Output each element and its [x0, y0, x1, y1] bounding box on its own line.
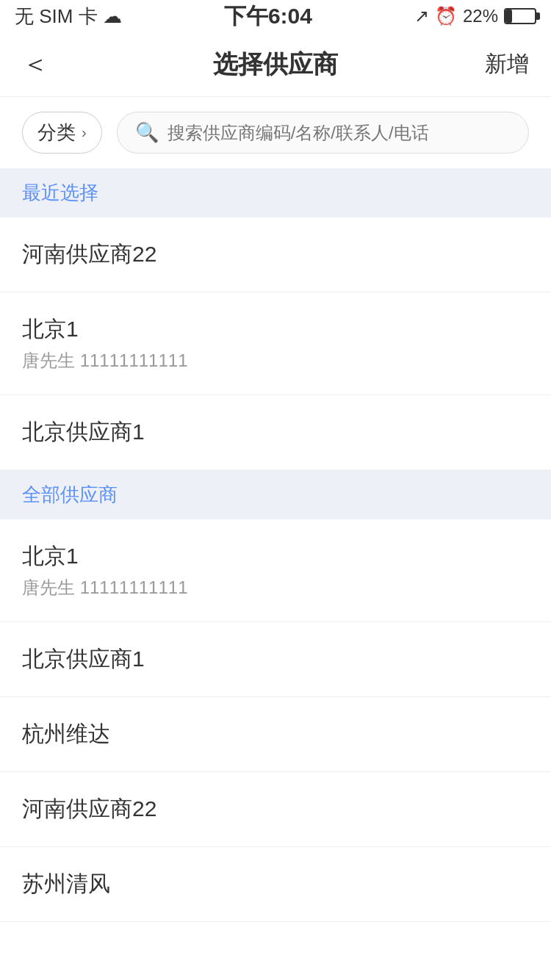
add-button[interactable]: 新增: [470, 49, 529, 79]
search-input[interactable]: [168, 123, 511, 143]
page-title: 选择供应商: [213, 48, 338, 82]
item-name: 北京供应商1: [22, 644, 529, 674]
item-name: 河南供应商22: [22, 794, 529, 824]
item-name: 苏州清风: [22, 869, 529, 899]
back-button[interactable]: ＜: [22, 46, 81, 82]
all-list-item[interactable]: 苏州清风: [0, 847, 551, 922]
all-section-header: 全部供应商: [0, 470, 551, 519]
recent-list-item[interactable]: 河南供应商22: [0, 217, 551, 292]
alarm-icon: ⏰: [435, 6, 457, 26]
search-icon: 🔍: [135, 121, 159, 144]
all-items-list: 北京1唐先生 11111111111北京供应商1杭州维达河南供应商22苏州清风: [0, 519, 551, 922]
location-icon: ↗: [414, 6, 429, 26]
all-list-item[interactable]: 北京1唐先生 11111111111: [0, 519, 551, 622]
battery-icon: [504, 8, 536, 24]
battery-percent: 22%: [463, 6, 498, 26]
recent-list-item[interactable]: 北京供应商1: [0, 395, 551, 470]
item-sub: 唐先生 11111111111: [22, 576, 529, 599]
item-name: 北京1: [22, 314, 529, 345]
all-list-item[interactable]: 河南供应商22: [0, 772, 551, 847]
category-label: 分类: [37, 120, 76, 145]
item-name: 北京供应商1: [22, 417, 529, 447]
recent-section-header: 最近选择: [0, 168, 551, 217]
chevron-right-icon: ›: [82, 124, 87, 141]
recent-items-list: 河南供应商22北京1唐先生 11111111111北京供应商1: [0, 217, 551, 470]
status-time: 下午6:04: [224, 1, 312, 32]
filter-bar: 分类 › 🔍: [0, 97, 551, 168]
status-right: ↗ ⏰ 22%: [414, 6, 536, 26]
recent-section-label: 最近选择: [22, 181, 98, 203]
search-box[interactable]: 🔍: [117, 112, 529, 154]
status-bar: 无 SIM 卡 ☁ 下午6:04 ↗ ⏰ 22%: [0, 0, 551, 32]
all-section-label: 全部供应商: [22, 483, 118, 505]
sim-status: 无 SIM 卡 ☁: [15, 4, 122, 29]
all-list-item[interactable]: 杭州维达: [0, 697, 551, 772]
all-list-item[interactable]: 北京供应商1: [0, 622, 551, 697]
item-name: 河南供应商22: [22, 239, 529, 270]
category-button[interactable]: 分类 ›: [22, 112, 102, 154]
item-name: 北京1: [22, 541, 529, 572]
item-sub: 唐先生 11111111111: [22, 349, 529, 372]
item-name: 杭州维达: [22, 719, 529, 749]
status-left: 无 SIM 卡 ☁: [15, 4, 122, 29]
nav-bar: ＜ 选择供应商 新增: [0, 32, 551, 97]
recent-list-item[interactable]: 北京1唐先生 11111111111: [0, 292, 551, 395]
